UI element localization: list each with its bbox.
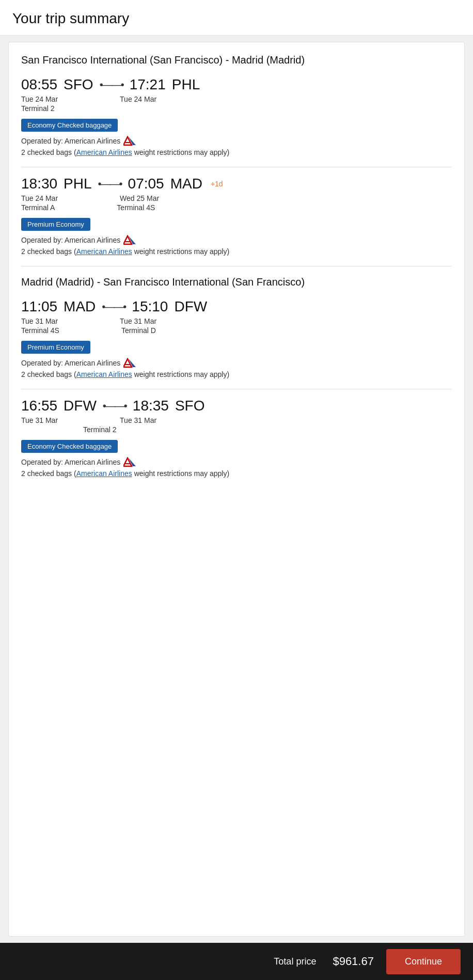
arrow-3: •——• bbox=[102, 301, 125, 313]
return-route-heading: Madrid (Madrid) - San Francisco Internat… bbox=[21, 275, 452, 289]
svg-marker-0 bbox=[123, 137, 132, 145]
depart-date-1: Tue 24 Mar bbox=[21, 95, 58, 103]
outbound-segment-1: 08:55 SFO •——• 17:21 PHL Tue 24 Mar Tue … bbox=[21, 76, 452, 156]
arrive-time-1: 17:21 bbox=[130, 76, 166, 93]
baggage-info-1: 2 checked bags (American Airlines weight… bbox=[21, 148, 452, 156]
depart-code-1: SFO bbox=[64, 76, 93, 93]
svg-marker-3 bbox=[123, 236, 132, 244]
arrive-terminal-2: Terminal 4S bbox=[117, 203, 155, 212]
outbound-segment-2: 18:30 PHL •——• 07:05 MAD +1d Tue 24 Mar … bbox=[21, 176, 452, 256]
baggage-info-2: 2 checked bags (American Airlines weight… bbox=[21, 247, 452, 256]
arrive-date-1: Tue 24 Mar bbox=[120, 95, 156, 103]
outbound-route-heading: San Francisco International (San Francis… bbox=[21, 53, 452, 67]
flight-times-3: 11:05 MAD •——• 15:10 DFW bbox=[21, 298, 452, 315]
depart-date-2: Tue 24 Mar bbox=[21, 194, 58, 202]
arrive-code-3: DFW bbox=[174, 298, 207, 315]
total-price-label: Total price bbox=[274, 956, 316, 967]
depart-terminal-1: Terminal 2 bbox=[21, 104, 55, 113]
depart-terminal-2: Terminal A bbox=[21, 203, 55, 212]
flight-times-1: 08:55 SFO •——• 17:21 PHL bbox=[21, 76, 452, 93]
depart-date-3: Tue 31 Mar bbox=[21, 317, 58, 325]
aa-logo-2 bbox=[123, 235, 136, 245]
flight-terminals-2: Terminal A Terminal 4S bbox=[21, 203, 452, 212]
cabin-badge-4: Economy Checked baggage bbox=[21, 440, 118, 453]
cabin-badge-2: Premium Economy bbox=[21, 218, 90, 231]
page-title-section: Your trip summary bbox=[0, 0, 473, 36]
depart-time-4: 16:55 bbox=[21, 398, 57, 414]
flight-dates-1: Tue 24 Mar Tue 24 Mar bbox=[21, 95, 452, 103]
baggage-link-1[interactable]: American Airlines bbox=[76, 148, 132, 156]
svg-marker-9 bbox=[123, 458, 132, 466]
operated-by-2: Operated by: American Airlines bbox=[21, 235, 452, 245]
depart-date-4: Tue 31 Mar bbox=[21, 416, 58, 424]
return-segment-2: 16:55 DFW •——• 18:35 SFO Tue 31 Mar Tue … bbox=[21, 398, 452, 478]
divider-1 bbox=[21, 167, 452, 167]
depart-terminal-3: Terminal 4S bbox=[21, 326, 59, 335]
arrive-code-1: PHL bbox=[172, 76, 200, 93]
aa-logo-4 bbox=[123, 457, 136, 467]
day-badge-2: +1d bbox=[211, 180, 223, 188]
flight-dates-4: Tue 31 Mar Tue 31 Mar bbox=[21, 416, 452, 424]
flight-times-2: 18:30 PHL •——• 07:05 MAD +1d bbox=[21, 176, 452, 192]
continue-button[interactable]: Continue bbox=[386, 949, 461, 974]
baggage-link-4[interactable]: American Airlines bbox=[76, 469, 132, 478]
flight-terminals-3: Terminal 4S Terminal D bbox=[21, 326, 452, 335]
baggage-link-2[interactable]: American Airlines bbox=[76, 247, 132, 256]
depart-code-2: PHL bbox=[64, 176, 91, 192]
depart-time-1: 08:55 bbox=[21, 76, 57, 93]
arrive-date-2: Wed 25 Mar bbox=[120, 194, 159, 202]
baggage-link-3[interactable]: American Airlines bbox=[76, 370, 132, 378]
bottom-bar: Total price $961.67 Continue bbox=[0, 943, 473, 980]
total-price-value: $961.67 bbox=[333, 955, 374, 968]
baggage-info-3: 2 checked bags (American Airlines weight… bbox=[21, 370, 452, 378]
operated-by-3: Operated by: American Airlines bbox=[21, 358, 452, 368]
cabin-badge-3: Premium Economy bbox=[21, 341, 90, 354]
divider-3 bbox=[21, 389, 452, 389]
depart-code-4: DFW bbox=[64, 398, 97, 414]
operated-by-1: Operated by: American Airlines bbox=[21, 136, 452, 146]
arrive-date-3: Tue 31 Mar bbox=[120, 317, 156, 325]
flight-dates-2: Tue 24 Mar Wed 25 Mar bbox=[21, 194, 452, 202]
page-title: Your trip summary bbox=[12, 10, 461, 27]
arrow-2: •——• bbox=[98, 178, 122, 190]
depart-code-3: MAD bbox=[64, 298, 96, 315]
divider-2 bbox=[21, 266, 452, 266]
arrow-1: •——• bbox=[100, 79, 123, 91]
cabin-badge-1: Economy Checked baggage bbox=[21, 119, 118, 132]
flight-dates-3: Tue 31 Mar Tue 31 Mar bbox=[21, 317, 452, 325]
arrive-time-3: 15:10 bbox=[132, 298, 168, 315]
operated-by-4: Operated by: American Airlines bbox=[21, 457, 452, 467]
arrive-terminal-4: Terminal 2 bbox=[83, 425, 117, 434]
aa-logo-3 bbox=[123, 358, 136, 368]
aa-logo-1 bbox=[123, 136, 136, 146]
return-segment-1: 11:05 MAD •——• 15:10 DFW Tue 31 Mar Tue … bbox=[21, 298, 452, 378]
arrow-4: •——• bbox=[103, 400, 127, 412]
flight-terminals-1: Terminal 2 bbox=[21, 104, 452, 113]
depart-time-3: 11:05 bbox=[21, 298, 57, 315]
arrive-terminal-3: Terminal D bbox=[121, 326, 156, 335]
depart-time-2: 18:30 bbox=[21, 176, 57, 192]
flight-terminals-4: Terminal 2 bbox=[21, 425, 452, 434]
flight-times-4: 16:55 DFW •——• 18:35 SFO bbox=[21, 398, 452, 414]
arrive-time-4: 18:35 bbox=[133, 398, 169, 414]
arrive-code-4: SFO bbox=[175, 398, 205, 414]
svg-marker-6 bbox=[123, 359, 132, 367]
arrive-date-4: Tue 31 Mar bbox=[120, 416, 156, 424]
baggage-info-4: 2 checked bags (American Airlines weight… bbox=[21, 469, 452, 478]
arrive-code-2: MAD bbox=[170, 176, 202, 192]
main-card: San Francisco International (San Francis… bbox=[8, 42, 465, 937]
arrive-time-2: 07:05 bbox=[128, 176, 164, 192]
